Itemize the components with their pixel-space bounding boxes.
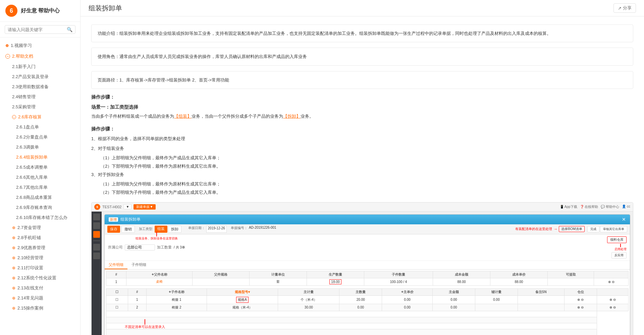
annotation2: 组装业务、拆卸业务在这里切换: [136, 232, 178, 241]
annotation1-area: 有装配清单的在这里处理 → 选择BOM清单 完成 审核其它出库单: [515, 226, 627, 233]
cancel-btn[interactable]: 撤销: [121, 226, 135, 233]
sidebar-item-faq[interactable]: ⊕2.14常见问题: [0, 293, 80, 303]
nav-icon2: [93, 222, 100, 229]
td-cost-amt1: 88.00: [433, 278, 490, 285]
date-label: 单据日期：: [188, 226, 205, 233]
org-input[interactable]: [125, 244, 155, 250]
help-icon: ❓ 在线帮助: [580, 205, 598, 209]
screenshot-container: 6 TEST-H002 ▼ 新建单据▼ 📱 App下载 ❓ 在线帮助 💬 帮助中…: [91, 202, 633, 335]
logo-area: 6 好生意 帮助中心: [0, 0, 80, 22]
sidebar-item-adjust[interactable]: 2.6.3调拨单: [16, 142, 80, 152]
annotation3-area: 领料仓库 启用处理 反应用: [607, 236, 627, 259]
spec-input1[interactable]: 规格A: [236, 297, 249, 303]
parent-table-area: # ✦父件名称 父件规格 计量单位 生产数量 子件数量 成本金额 成本单价 可提: [105, 270, 630, 287]
sidebar-item-other-out[interactable]: 2.6.7其他出库单: [16, 182, 80, 192]
sidebar-item-custom[interactable]: ⊕2.12系统个性化设置: [0, 273, 80, 283]
plus-small-icon6: ⊕: [12, 276, 15, 280]
scenario1-intro: 当由多个子件材料组装成一个成品的业务为【组装】业务，当由一个父件拆分成多个子产品…: [91, 112, 633, 121]
sidebar-item-online-pay[interactable]: ⊕2.13在线支付: [0, 283, 80, 293]
sidebar-item-inventory[interactable]: − 2.6库存核算: [0, 112, 80, 122]
sidebar-item-cases[interactable]: ⊕2.15操作案例: [0, 303, 80, 313]
th-op: [594, 271, 629, 278]
sidebar-item-stocktake[interactable]: 2.6.1盘点单: [16, 122, 80, 132]
ctd-empty6: [106, 329, 597, 335]
plus-icon: ⊕: [5, 43, 9, 48]
sidebar-item-purchase[interactable]: 2.5采购管理: [0, 102, 80, 112]
dialog-area: 新增 组装拆卸单 ✕ 保存 撤销 加工类型:: [102, 212, 633, 335]
cth-spec: 规格型号▾: [207, 288, 278, 295]
tab-child[interactable]: 子件明细: [127, 261, 150, 269]
sidebar-item-cost-adj[interactable]: 2.6.5成本调整单: [16, 162, 80, 172]
search-input[interactable]: [8, 27, 67, 32]
sidebar-item-other-in[interactable]: 2.6.6其他入库单: [16, 172, 80, 182]
sidebar-item-coupon[interactable]: ⊕2.9优惠券管理: [0, 243, 80, 253]
ctd-qty2: 0.00: [339, 304, 382, 311]
ctd-amt2: 0.00: [432, 304, 475, 311]
annotation4-line: [145, 319, 145, 325]
enable-input[interactable]: 领料仓库: [607, 236, 627, 243]
share-button[interactable]: ↗ 分享: [613, 3, 636, 13]
sidebar-item-data[interactable]: 2.3使用前数据准备: [0, 82, 80, 92]
tab-parent[interactable]: 父件明细: [105, 261, 127, 269]
th-cost-price: 成本单价: [490, 271, 548, 278]
plus-small-icon: ⊕: [12, 225, 15, 230]
search-icon[interactable]: 🔍: [67, 27, 72, 32]
nav-icon1: [93, 214, 100, 220]
sidebar-item-assembly[interactable]: 2.6.4组装拆卸单: [16, 152, 80, 162]
page-title: 组装拆卸单: [89, 4, 122, 13]
table-row: [106, 311, 629, 317]
th-seq: #: [106, 271, 126, 278]
qty-label: 加工数量: [157, 245, 172, 250]
annotation4: 不固定清单可以在这里录入: [125, 319, 165, 329]
sidebar-item-cost-calc[interactable]: 2.6.8商品成本重算: [16, 192, 80, 203]
ctd-empty4: [106, 317, 597, 323]
sidebar-item-stock-error[interactable]: 2.6.10库存账本错了怎么办: [16, 213, 80, 223]
disassemble-text: 【拆卸】: [283, 114, 301, 119]
sidebar-item-ops[interactable]: ⊕2.10经营管理: [0, 253, 80, 263]
td-extract1: [547, 278, 594, 285]
complete-btn[interactable]: 完成: [587, 226, 599, 232]
approve-btn[interactable]: 审核其它出库单: [600, 226, 627, 232]
ctd-spec2: 规格（米-4）: [207, 304, 278, 311]
minus-circle-icon: −: [5, 54, 10, 59]
plus-small-icon5: ⊕: [12, 266, 15, 270]
save-btn[interactable]: 保存: [107, 226, 120, 233]
td-op1: ⊕ ⊖: [594, 278, 629, 285]
cth-pos: 仓位: [564, 288, 597, 295]
cth-name: ✦子件名称: [146, 288, 207, 295]
annotation2-line: [156, 232, 157, 236]
close-icon[interactable]: ✕: [622, 217, 626, 222]
app-main: 新增 组装拆卸单 ✕ 保存 撤销 加工类型:: [92, 212, 633, 335]
sidebar-item-stock-check[interactable]: 2.6.9库存账本查询: [16, 203, 80, 213]
app-logo-icon: 6: [5, 5, 17, 17]
nav-icon4: [93, 244, 100, 250]
prod-qty-input[interactable]: 18-00: [329, 279, 341, 284]
apply-btn[interactable]: 反应用: [611, 252, 627, 259]
sidebar-item-partial[interactable]: 2.6.2分量盘点单: [16, 132, 80, 142]
sidebar-item-sales[interactable]: 2.4销售管理: [0, 92, 80, 102]
dropdown-selector: ▼: [123, 204, 131, 209]
sidebar-item-mobile[interactable]: ⊕2.8手机旺铺: [0, 233, 80, 243]
ctd-aux2: [475, 304, 518, 311]
td-child-qty1: 100-100 / 4: [364, 278, 433, 285]
ctd-op2: ⊕ ⊖: [597, 304, 629, 311]
bom-btn[interactable]: 选择BOM清单: [559, 226, 585, 232]
sidebar-item-help[interactable]: − 2.帮助文档: [0, 51, 80, 62]
table-row: [106, 329, 629, 335]
th-parent-spec: 父件规格: [192, 271, 250, 278]
table-row: [106, 323, 629, 329]
sidebar-item-video[interactable]: ⊕ 1.视频学习: [0, 40, 80, 51]
sidebar-item-newbie[interactable]: 2.1新手入门: [0, 62, 80, 72]
sidebar-item-print[interactable]: ⊕2.11打印设置: [0, 263, 80, 273]
role-text: 使用角色：通常由生产人员或库管人员完成拆装业务的操作，库管人员确认原材料的出库和…: [98, 54, 307, 59]
plus-small-icon2: ⊕: [12, 235, 15, 240]
td-cost-price1: 88.00: [490, 278, 548, 285]
step2-sub1: （1）上部明细为父件明细，最终作为产成品生成其它入库单；: [91, 154, 633, 162]
sidebar-item-finance[interactable]: ⊕2.7资金管理: [0, 223, 80, 233]
sidebar-item-install[interactable]: 2.2产品安装及登录: [0, 72, 80, 82]
table-row: [106, 317, 629, 323]
ctd-aux1: 0.00: [475, 295, 518, 304]
top-bar: 组装拆卸单 ↗ 分享: [80, 0, 644, 16]
plus-small-icon8: ⊕: [12, 296, 15, 300]
nav-sub-items-inventory: 2.6.1盘点单 2.6.2分量盘点单 2.6.3调拨单 2.6.4组装拆卸单 …: [0, 122, 80, 223]
